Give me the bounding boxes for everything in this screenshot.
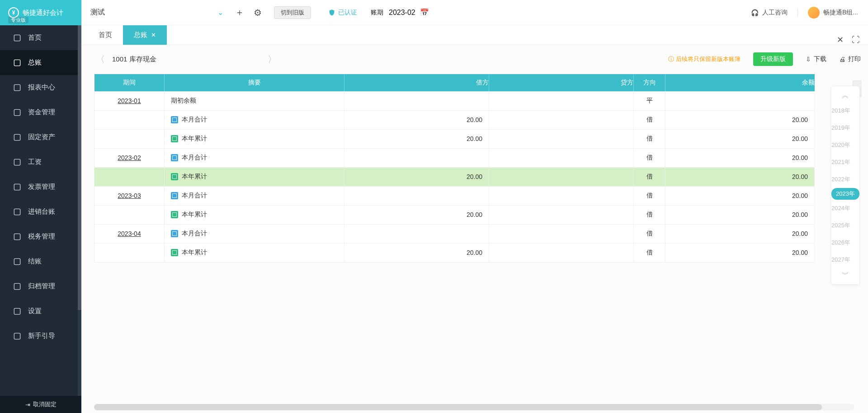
tabs-bar: 首页总账✕ ✕ ⛶ [81,25,868,45]
summary-badge-icon [171,249,178,256]
sidebar-item-5[interactable]: 工资 [0,150,81,174]
year-item[interactable]: 2020年 [831,136,859,154]
sidebar-item-4[interactable]: 固定资产 [0,125,81,150]
sidebar-icon [13,307,22,316]
table-row[interactable]: 2023-04本月合计借20.00 [94,224,815,243]
shield-icon [328,9,335,16]
fullscreen-icon[interactable]: ⛶ [852,35,860,45]
sidebar-icon [13,58,22,67]
print-button[interactable]: 🖨打印 [839,55,861,63]
summary-badge-icon [171,211,178,218]
svg-rect-2 [14,84,20,90]
topbar: 测试 ⌄ ＋ ⚙ 切到旧版 已认证 账期 2023-02 📅 🎧 人工咨询 畅捷… [0,0,868,25]
year-item[interactable]: 2027年 [831,251,859,268]
table-row[interactable]: 本月合计20.00借20.00 [94,110,815,129]
sidebar-icon [13,158,22,167]
period-link[interactable]: 2023-04 [118,230,141,237]
print-icon: 🖨 [839,56,845,63]
close-tab-icon[interactable]: ✕ [837,35,844,45]
sidebar-item-2[interactable]: 报表中心 [0,75,81,100]
period-link[interactable]: 2023-01 [118,97,141,104]
year-up-icon[interactable]: ︽ [842,89,849,102]
sidebar-item-8[interactable]: 税务管理 [0,224,81,249]
tab-1[interactable]: 总账✕ [123,25,167,45]
th-period: 期间 [94,74,165,91]
sidebar-icon [13,133,22,142]
close-icon[interactable]: ✕ [151,32,156,38]
table-row[interactable]: 本年累计20.00借20.00 [94,205,815,224]
th-direction: 方向 [634,74,665,91]
separator [797,8,798,17]
sidebar-scrollbar[interactable] [78,25,81,396]
table-row[interactable]: 2023-02本月合计借20.00 [94,148,815,167]
year-item[interactable]: 2026年 [831,234,859,251]
gear-icon[interactable]: ⚙ [249,7,267,18]
user-menu[interactable]: 畅捷通B组... [808,7,858,19]
th-debit: 借方 [344,74,489,91]
consult-button[interactable]: 🎧 人工咨询 [751,9,788,17]
sidebar: 首页总账报表中心资金管理固定资产工资发票管理进销台账税务管理结账归档管理设置新手… [0,25,81,413]
add-button[interactable]: ＋ [231,6,249,19]
avatar [808,7,820,19]
sidebar-icon [13,83,22,92]
horizontal-scrollbar[interactable] [94,404,854,410]
tab-0[interactable]: 首页 [88,25,123,45]
th-summary: 摘要 [165,74,344,91]
org-selector[interactable]: 测试 ⌄ [90,8,231,17]
year-item[interactable]: 2025年 [831,217,859,234]
svg-rect-11 [14,308,20,314]
sidebar-item-12[interactable]: 新手引导 [0,324,81,348]
table-row[interactable]: 2023-03本月合计借20.00 [94,186,815,205]
download-icon: ⇩ [806,56,811,63]
sidebar-item-11[interactable]: 设置 [0,299,81,324]
content-area: 〈 1001 库存现金 〉 后续将只保留新版本账簿 升级新版 ⇩下载 🖨打印 期… [81,45,868,413]
year-item[interactable]: 2021年 [831,154,859,171]
period-link[interactable]: 2023-03 [118,192,141,199]
upgrade-button[interactable]: 升级新版 [753,52,793,66]
sidebar-item-6[interactable]: 发票管理 [0,174,81,199]
sidebar-item-9[interactable]: 结账 [0,249,81,274]
ledger-table: 期间 摘要 借方 贷方 方向 余额 2023-01期初余额平本月合计20.00借… [94,74,815,263]
svg-rect-7 [14,209,20,215]
download-button[interactable]: ⇩下载 [806,55,826,63]
sidebar-item-7[interactable]: 进销台账 [0,199,81,224]
svg-rect-10 [14,283,20,289]
sidebar-item-0[interactable]: 首页 [0,25,81,50]
year-selector: ︽ 2018年2019年2020年2021年2022年2023年2024年202… [831,86,860,285]
chevron-down-icon: ⌄ [217,8,223,17]
year-down-icon[interactable]: ︾ [842,268,849,282]
table-row[interactable]: 本年累计20.00借20.00 [94,167,815,186]
svg-rect-9 [14,258,20,264]
table-row[interactable]: 2023-01期初余额平 [94,91,815,110]
verified-badge: 已认证 [328,9,357,17]
sidebar-item-3[interactable]: 资金管理 [0,100,81,125]
svg-rect-5 [14,159,20,165]
table-row[interactable]: 本年累计20.00借20.00 [94,129,815,148]
table-row[interactable]: 本年累计20.00借20.00 [94,243,815,262]
notice-text: 后续将只保留新版本账簿 [668,55,741,63]
svg-rect-1 [14,60,20,66]
sidebar-icon [13,108,22,117]
period-value[interactable]: 2023-02 [389,9,415,17]
svg-rect-12 [14,333,20,339]
sidebar-item-1[interactable]: 总账 [0,50,81,75]
year-item[interactable]: 2023年 [831,188,859,200]
year-item[interactable]: 2019年 [831,119,859,136]
year-item[interactable]: 2022年 [831,171,859,188]
pin-icon: ⇥ [25,401,30,408]
sidebar-icon [13,332,22,341]
svg-rect-3 [14,109,20,115]
prev-account-button[interactable]: 〈 [94,53,107,66]
switch-old-button[interactable]: 切到旧版 [274,6,311,19]
sidebar-item-10[interactable]: 归档管理 [0,274,81,299]
period-label: 账期 [371,9,383,17]
year-item[interactable]: 2018年 [831,102,859,119]
sidebar-pin-toggle[interactable]: ⇥ 取消固定 [0,396,81,413]
svg-rect-8 [14,234,20,239]
period-link[interactable]: 2023-02 [118,154,141,161]
sidebar-icon [13,207,22,216]
calendar-icon[interactable]: 📅 [420,8,429,17]
year-item[interactable]: 2024年 [831,200,859,217]
next-account-button[interactable]: 〉 [266,53,278,66]
account-title: 1001 库存现金 [112,55,156,64]
